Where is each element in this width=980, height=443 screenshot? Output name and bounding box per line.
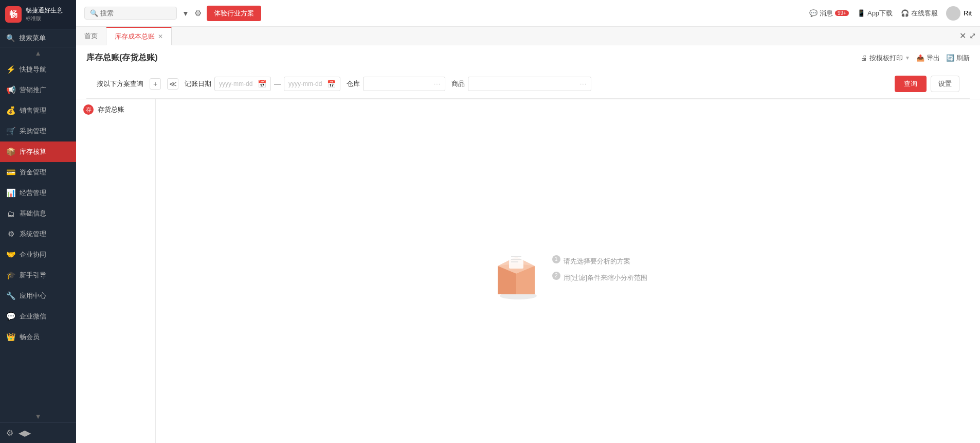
topbar-dropdown-icon[interactable]: ▼ [182,9,189,17]
sidebar-item-basic[interactable]: 🗂 基础信息 [0,203,76,224]
tab-home[interactable]: 首页 [76,27,106,45]
sidebar-search-label: 搜索菜单 [19,33,46,43]
close-panel-icon[interactable]: ✕ [959,31,966,41]
scheme-item-label: 存货总账 [98,105,124,114]
app-download-icon: 📱 [857,9,865,17]
sidebar-item-label: 资金管理 [20,168,46,177]
product-select[interactable]: ··· [468,77,591,91]
empty-inner: 1 请先选择要分析的方案 2 用[过滤]条件来缩小分析范围 [488,245,647,297]
topbar-user[interactable]: Rit [946,6,972,21]
inventory-icon: 📦 [6,147,15,156]
sidebar-item-label: 畅会员 [20,332,40,342]
tab-close-icon[interactable]: ✕ [158,33,163,40]
avatar [946,6,960,21]
topbar-app-download[interactable]: 📱 App下载 [857,9,893,18]
sidebar-item-wechat[interactable]: 💬 企业微信 [0,306,76,327]
date-separator: — [274,80,281,88]
sidebar-item-operation[interactable]: 📊 经营管理 [0,183,76,203]
topbar-search-icon: 🔍 [90,9,98,17]
sidebar: 畅 畅捷通好生意 标准版 🔍 搜索菜单 ▲ ⚡ 快捷导航 📢 营销推广 💰 销售… [0,0,76,443]
topbar: 🔍 ▼ ⚙ 体验行业方案 💬 消息 99+ 📱 App下载 🎧 在线客服 Rit [76,0,980,27]
logo-icon: 畅 [5,6,22,23]
app-download-label: App下载 [867,9,893,18]
date-filter-field: 记账日期 yyyy-mm-dd 📅 — yyyy-mm-dd 📅 [185,77,340,91]
sidebar-item-label: 基础信息 [20,209,46,218]
date-end-input[interactable]: yyyy-mm-dd 📅 [284,77,340,91]
step-1-num: 1 [552,255,560,263]
scheme-item-inventory-ledger[interactable]: 存 存货总账 [76,99,155,120]
sidebar-item-sales[interactable]: 💰 销售管理 [0,100,76,121]
print-btn[interactable]: 🖨 按模板打印 ▼ [861,54,910,63]
filter-add-button[interactable]: + [150,78,161,90]
finance-icon: 💳 [6,168,15,177]
enterprise-icon: 🤝 [6,250,15,259]
refresh-label: 刷新 [956,54,970,63]
date-start-input[interactable]: yyyy-mm-dd 📅 [214,77,271,91]
sidebar-item-label: 快捷导航 [20,65,46,74]
export-label: 导出 [927,54,940,63]
basic-icon: 🗂 [6,209,15,218]
message-icon: 💬 [809,9,818,17]
refresh-btn[interactable]: 🔄 刷新 [946,54,970,63]
tab-inventory-ledger[interactable]: 库存成本总账 ✕ [106,27,172,45]
expand-icon[interactable]: ⤢ [969,31,976,41]
sidebar-item-finance[interactable]: 💳 资金管理 [0,162,76,183]
sidebar-item-purchase[interactable]: 🛒 采购管理 [0,121,76,141]
query-button[interactable]: 查询 [895,76,927,92]
sidebar-item-guide[interactable]: 🎓 新手引导 [0,265,76,286]
sidebar-item-label: 系统管理 [20,229,46,239]
settings-footer-icon[interactable]: ⚙ [6,428,13,438]
topbar-messages[interactable]: 💬 消息 99+ [809,9,849,18]
scheme-icon-char: 存 [86,106,92,114]
messages-badge: 99+ [835,10,849,16]
tabbar: 首页 库存成本总账 ✕ ✕ ⤢ [76,27,980,45]
topbar-settings-icon[interactable]: ⚙ [194,8,202,18]
sidebar-scroll-up[interactable]: ▲ [0,47,76,59]
product-more-icon[interactable]: ··· [580,80,587,87]
sidebar-item-label: 营销推广 [20,85,46,95]
svg-rect-6 [509,253,523,269]
sidebar-search[interactable]: 🔍 搜索菜单 [0,29,76,47]
logo-name: 畅捷通好生意 [26,7,63,15]
sidebar-scroll-down[interactable]: ▼ [0,411,76,422]
messages-label: 消息 [820,9,833,18]
page-title: 库存总账(存货总账) [86,52,158,63]
warehouse-more-icon[interactable]: ··· [434,80,441,87]
search-icon: 🔍 [6,34,15,42]
industry-btn[interactable]: 体验行业方案 [207,6,261,21]
calendar-start-icon[interactable]: 📅 [258,80,266,88]
sidebar-item-enterprise[interactable]: 🤝 企业协同 [0,244,76,265]
guide-icon: 🎓 [6,271,15,280]
service-label: 在线客服 [911,9,938,18]
print-icon: 🖨 [861,54,867,62]
filter-collapse-button[interactable]: ≪ [167,78,178,90]
sidebar-item-system[interactable]: ⚙ 系统管理 [0,224,76,244]
filter-bar: 按以下方案查询 + ≪ 记账日期 yyyy-mm-dd 📅 — yyyy-mm-… [86,69,970,99]
sidebar-nav: ⚡ 快捷导航 📢 营销推广 💰 销售管理 🛒 采购管理 📦 库存核算 💳 资金管… [0,59,76,411]
topbar-search-box[interactable]: 🔍 [84,7,177,20]
export-icon: 📤 [916,54,924,62]
settings-button[interactable]: 设置 [931,76,959,92]
content-area: 存 存货总账 [76,99,980,443]
warehouse-select[interactable]: ··· [363,77,445,91]
topbar-search-input[interactable] [100,9,167,17]
collapse-sidebar-icon[interactable]: ◀▶ [19,428,31,438]
sidebar-item-quick-nav[interactable]: ⚡ 快捷导航 [0,59,76,80]
empty-text: 1 请先选择要分析的方案 2 用[过滤]条件来缩小分析范围 [552,255,647,288]
calendar-end-icon[interactable]: 📅 [327,80,336,88]
warehouse-filter-field: 仓库 ··· [347,77,445,91]
topbar-online-service[interactable]: 🎧 在线客服 [901,9,938,18]
system-icon: ⚙ [6,229,15,239]
empty-state: 1 请先选择要分析的方案 2 用[过滤]条件来缩小分析范围 [156,99,980,443]
date-end-placeholder: yyyy-mm-dd [288,80,322,87]
empty-step-2: 2 用[过滤]条件来缩小分析范围 [552,271,647,285]
print-dropdown-icon[interactable]: ▼ [905,55,910,61]
sidebar-item-member[interactable]: 👑 畅会员 [0,327,76,347]
sidebar-item-marketing[interactable]: 📢 营销推广 [0,80,76,100]
topbar-right: 💬 消息 99+ 📱 App下载 🎧 在线客服 Rit [809,6,972,21]
sidebar-item-label: 经营管理 [20,188,46,198]
export-btn[interactable]: 📤 导出 [916,54,940,63]
sidebar-footer: ⚙ ◀▶ [0,422,76,443]
sidebar-item-apps[interactable]: 🔧 应用中心 [0,286,76,306]
sidebar-item-inventory[interactable]: 📦 库存核算 [0,141,76,162]
